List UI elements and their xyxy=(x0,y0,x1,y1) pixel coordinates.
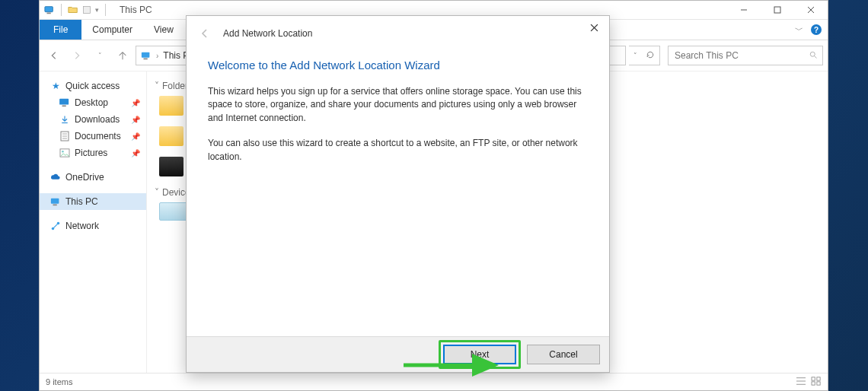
svg-line-11 xyxy=(815,56,817,58)
wizard-title: Add Network Location xyxy=(223,28,312,39)
svg-rect-12 xyxy=(59,99,69,105)
wizard-close-button[interactable] xyxy=(583,19,605,36)
wizard-title-bar: Add Network Location xyxy=(187,16,609,51)
sidebar-item-this-pc[interactable]: This PC xyxy=(40,193,146,210)
svg-rect-32 xyxy=(817,382,820,385)
sidebar-item-label: Quick access xyxy=(65,81,120,91)
sidebar-item-label: Pictures xyxy=(75,148,107,158)
up-button[interactable] xyxy=(113,46,132,65)
search-icon[interactable] xyxy=(809,50,818,62)
download-icon xyxy=(59,114,70,125)
svg-rect-13 xyxy=(62,105,66,106)
wizard-paragraph: You can also use this wizard to create a… xyxy=(208,137,588,164)
chevron-right-icon[interactable]: › xyxy=(156,52,158,60)
next-button[interactable]: Next xyxy=(443,345,516,364)
drive-tile[interactable] xyxy=(159,202,188,221)
pictures-icon xyxy=(59,148,70,158)
window-title: This PC xyxy=(120,5,152,15)
maximize-button[interactable] xyxy=(761,1,794,19)
forward-button[interactable] xyxy=(67,46,87,65)
sidebar-item-label: OneDrive xyxy=(65,172,104,183)
pin-icon: 📌 xyxy=(131,99,140,107)
search-box[interactable] xyxy=(668,46,823,65)
wizard-body: Welcome to the Add Network Location Wiza… xyxy=(187,51,609,336)
search-input[interactable] xyxy=(673,49,790,62)
add-network-location-wizard: Add Network Location Welcome to the Add … xyxy=(186,15,610,373)
sidebar-item-desktop[interactable]: Desktop 📌 xyxy=(40,94,146,111)
sidebar-item-network[interactable]: Network xyxy=(40,218,146,234)
sidebar-item-quick-access[interactable]: ★ Quick access xyxy=(40,78,146,94)
help-icon[interactable]: ? xyxy=(811,24,822,35)
sidebar-item-documents[interactable]: Documents 📌 xyxy=(40,128,146,145)
next-button-highlight: Next xyxy=(439,340,521,369)
tab-computer[interactable]: Computer xyxy=(81,20,143,40)
pin-icon: 📌 xyxy=(131,149,140,157)
folder-tile[interactable] xyxy=(159,96,183,116)
sidebar-item-pictures[interactable]: Pictures 📌 xyxy=(40,145,146,161)
this-pc-icon xyxy=(141,50,152,61)
pin-icon: 📌 xyxy=(131,132,140,141)
sidebar-item-label: Desktop xyxy=(75,97,108,108)
ribbon-expand-icon[interactable]: ﹀ xyxy=(795,24,803,36)
svg-rect-29 xyxy=(812,377,815,380)
sidebar-item-label: Network xyxy=(65,221,99,231)
details-view-icon[interactable] xyxy=(796,377,806,387)
cancel-button[interactable]: Cancel xyxy=(527,345,600,364)
this-pc-icon xyxy=(44,5,55,15)
sidebar-item-label: Downloads xyxy=(75,114,120,125)
svg-rect-5 xyxy=(774,7,780,13)
wizard-heading: Welcome to the Add Network Location Wiza… xyxy=(208,59,588,72)
svg-rect-3 xyxy=(84,7,91,14)
wizard-back-button[interactable] xyxy=(196,24,214,43)
dropdown-icon[interactable]: ˅ xyxy=(633,52,637,59)
pin-icon: 📌 xyxy=(131,116,140,124)
svg-point-20 xyxy=(62,151,64,153)
svg-rect-22 xyxy=(53,205,57,206)
folder-tile[interactable] xyxy=(159,126,183,146)
sidebar-item-downloads[interactable]: Downloads 📌 xyxy=(40,111,146,128)
minimize-button[interactable] xyxy=(727,1,761,19)
wizard-paragraph: This wizard helps you sign up for a serv… xyxy=(208,85,588,125)
refresh-icon[interactable] xyxy=(646,50,655,62)
properties-qat-icon[interactable] xyxy=(81,5,92,15)
item-count: 9 items xyxy=(46,377,72,386)
status-bar: 9 items xyxy=(40,373,828,390)
sidebar-item-onedrive[interactable]: OneDrive xyxy=(40,169,146,186)
svg-point-10 xyxy=(810,52,815,56)
chevron-down-icon: ˅ xyxy=(155,187,159,198)
wizard-footer: Next Cancel xyxy=(187,336,609,372)
document-icon xyxy=(59,131,70,141)
icons-view-icon[interactable] xyxy=(811,377,822,387)
svg-rect-31 xyxy=(812,382,815,385)
svg-rect-30 xyxy=(817,377,820,380)
svg-rect-2 xyxy=(47,13,51,14)
svg-rect-9 xyxy=(144,59,148,60)
this-pc-icon xyxy=(50,196,61,207)
recent-dropdown[interactable]: ˅ xyxy=(90,46,110,65)
folder-tile[interactable] xyxy=(159,157,183,176)
qat-dropdown-icon[interactable]: ▾ xyxy=(95,6,99,14)
tab-file[interactable]: File xyxy=(40,20,81,40)
svg-rect-21 xyxy=(51,199,59,204)
svg-line-25 xyxy=(53,224,57,227)
desktop-icon xyxy=(59,97,70,108)
network-icon xyxy=(50,221,61,231)
sidebar-item-label: Documents xyxy=(75,131,121,141)
quick-access-toolbar: ▾ xyxy=(44,4,99,16)
close-button[interactable] xyxy=(794,1,828,19)
navigation-pane: ★ Quick access Desktop 📌 Downloads 📌 Doc… xyxy=(40,72,147,373)
back-button[interactable] xyxy=(44,46,64,65)
svg-rect-8 xyxy=(142,52,150,58)
star-icon: ★ xyxy=(50,81,61,91)
svg-rect-0 xyxy=(45,7,53,12)
chevron-down-icon: ˅ xyxy=(155,81,159,91)
sidebar-item-label: This PC xyxy=(65,196,98,207)
tab-view[interactable]: View xyxy=(143,20,184,40)
cloud-icon xyxy=(50,172,61,183)
folder-qat-icon[interactable] xyxy=(68,5,78,15)
address-actions: ˅ xyxy=(629,46,660,65)
